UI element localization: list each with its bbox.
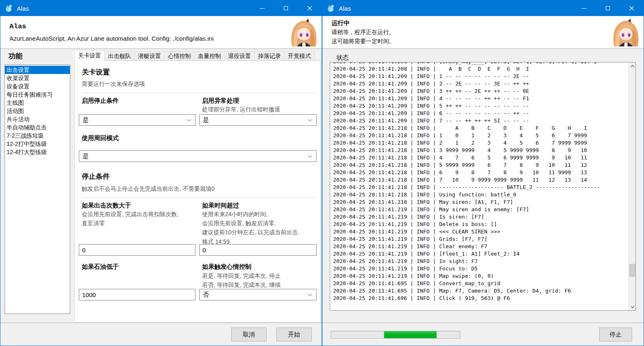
sidebar-item[interactable]: 活动图 bbox=[5, 107, 70, 115]
if-oil-input[interactable] bbox=[79, 289, 196, 300]
if-mood-desc2: 若否, 等待回复, 完成本次, 继续 bbox=[202, 281, 281, 289]
enable-exception-select[interactable]: 是 bbox=[199, 114, 317, 126]
tab[interactable]: 心情控制 bbox=[164, 51, 195, 60]
loop-mode-select[interactable]: 是 bbox=[79, 150, 317, 162]
stop-button[interactable]: 停止 bbox=[599, 328, 632, 341]
if-time-desc2: 会沿用先前设置, 触发后清零. bbox=[202, 220, 276, 227]
if-mood-value: 否 bbox=[203, 291, 209, 298]
log-line: 2020-04-25 20:11:41.219 | INFO | Delete … bbox=[333, 221, 628, 228]
if-time-desc3: 建议提前10分钟左右, 以完成当前出击. bbox=[202, 229, 299, 236]
function-list[interactable]: 出击设置收菜设置设备设置每日任务困难演习主线图活动图共斗活动半自动辅助点击7-2… bbox=[5, 65, 70, 314]
sidebar-item[interactable]: 主线图 bbox=[5, 99, 70, 107]
sidebar-item[interactable]: 每日任务困难演习 bbox=[5, 90, 70, 99]
tab[interactable]: 退役设置 bbox=[224, 51, 255, 60]
chevron-down-icon bbox=[308, 155, 313, 158]
if-time-label: 如果时间超过 bbox=[202, 202, 239, 210]
log-line: 2020-04-25 20:11:41.209 | INFO | 2 -- 2E… bbox=[333, 80, 628, 88]
close-icon bbox=[307, 6, 312, 11]
log-line: 2020-04-25 20:11:41.218 | INFO | May sir… bbox=[333, 198, 628, 206]
log-line: 2020-04-25 20:11:41.219 | INFO | <<< CLE… bbox=[333, 228, 628, 235]
sidebar-item[interactable]: 半自动辅助点击 bbox=[5, 123, 70, 131]
divider bbox=[82, 93, 317, 93]
sidebar-item[interactable]: 设备设置 bbox=[5, 82, 70, 90]
enable-stop-select[interactable]: 是 bbox=[79, 114, 196, 126]
sidebar-item[interactable]: 共斗活动 bbox=[5, 115, 70, 123]
tab[interactable]: 潜艇设置 bbox=[134, 51, 165, 60]
log-line: 2020-04-25 20:11:41.219 | INFO | Is sire… bbox=[333, 213, 628, 221]
log-line: 2020-04-25 20:11:41.695 | INFO | Convert… bbox=[333, 280, 628, 287]
start-button[interactable]: 开始 bbox=[276, 328, 312, 341]
if-time-input[interactable] bbox=[199, 244, 317, 256]
sidebar-item[interactable]: 7-2三战拣垃圾 bbox=[5, 131, 70, 140]
log-line: 2020-04-25 20:11:41.208 | INFO | [enemy_… bbox=[333, 62, 628, 65]
running-header: 运行中 请稍等，程序正在运行。 这可能将需要一定时间。 bbox=[322, 16, 644, 49]
minimize-button[interactable] bbox=[572, 0, 596, 16]
running-line2: 这可能将需要一定时间。 bbox=[331, 38, 395, 45]
log-line: 2020-04-25 20:11:41.218 | INFO | 4 7 6 5… bbox=[333, 154, 628, 161]
maximize-button[interactable] bbox=[596, 0, 620, 16]
app-title: Alas bbox=[9, 23, 26, 30]
tab[interactable]: 掉落记录 bbox=[254, 51, 285, 60]
settings-body: 功能 出击设置收菜设置设备设置每日任务困难演习主线图活动图共斗活动半自动辅助点击… bbox=[0, 49, 322, 345]
enable-exception-value: 是 bbox=[203, 116, 209, 123]
loop-mode-value: 是 bbox=[83, 152, 89, 159]
window-running: Alas 运行中 请稍等，程序正在运行。 这可能将需要一定时间。 bbox=[322, 0, 644, 346]
scrollbar-up-button[interactable] bbox=[629, 62, 636, 69]
titlebar[interactable]: Alas bbox=[322, 0, 644, 16]
sidebar-heading: 功能 bbox=[9, 51, 23, 61]
close-icon bbox=[629, 6, 634, 11]
cancel-button[interactable]: 取消 bbox=[231, 328, 267, 341]
maximize-icon bbox=[284, 6, 288, 10]
section-subtitle: 需要运行一次来保存选项 bbox=[82, 81, 145, 88]
chevron-down-icon bbox=[308, 119, 313, 122]
log-line: 2020-04-25 20:11:41.219 | INFO | [Fleet_… bbox=[333, 250, 628, 258]
log-line: 2020-04-25 20:11:41.209 | INFO | 1 -- --… bbox=[333, 73, 628, 80]
log-line: 2020-04-25 20:11:41.218 | INFO | 7 10 9 … bbox=[333, 176, 628, 184]
log-line: 2020-04-25 20:11:41.209 | INFO | 5 ++ ++… bbox=[333, 102, 628, 110]
desktop: Alas Alas AzurLaneAutoScript, An Azur La… bbox=[0, 0, 644, 346]
log-scrollbar[interactable] bbox=[628, 62, 635, 310]
app-subtitle: AzurLaneAutoScript, An Azur Lane automat… bbox=[9, 35, 214, 42]
titlebar[interactable]: Alas bbox=[0, 0, 322, 16]
log-line: 2020-04-25 20:11:41.208 | INFO | A B C D… bbox=[333, 65, 628, 73]
sidebar-item[interactable]: 12-4打大型练级 bbox=[5, 148, 70, 156]
sidebar-item[interactable]: 收菜设置 bbox=[5, 74, 70, 82]
avatar-image bbox=[290, 18, 318, 46]
log-line: 2020-04-25 20:11:41.218 | INFO | 3 9999 … bbox=[333, 147, 628, 154]
stop-section-desc: 触发后不会马上停止会先完成当前出击, 不需要就填0 bbox=[82, 185, 215, 193]
tab[interactable]: 关卡设置 bbox=[74, 50, 105, 61]
sidebar-item[interactable]: 出击设置 bbox=[5, 66, 70, 74]
chevron-down-icon bbox=[186, 119, 191, 122]
log-box[interactable]: 2020-04-25 20:11:41.208 | INFO | [enemy_… bbox=[330, 62, 636, 311]
if-time-desc1: 使用未来24小时内的时间, bbox=[202, 211, 267, 218]
progress-bar bbox=[331, 331, 460, 339]
tab[interactable]: 出击舰队 bbox=[104, 51, 135, 60]
log-line: 2020-04-25 20:11:41.218 | INFO | 1 0 1 2… bbox=[333, 132, 628, 139]
if-mood-select[interactable]: 否 bbox=[199, 289, 317, 300]
log-line: 2020-04-25 20:11:41.219 | INFO | In sigh… bbox=[333, 258, 628, 265]
avatar-image bbox=[612, 18, 640, 46]
log-line: 2020-04-25 20:11:41.218 | INFO | A B C D… bbox=[333, 125, 628, 132]
alas-logo-icon bbox=[327, 4, 335, 12]
close-button[interactable] bbox=[620, 0, 644, 16]
scrollbar-thumb[interactable] bbox=[629, 264, 635, 277]
minimize-icon bbox=[260, 8, 264, 9]
minimize-button[interactable] bbox=[250, 0, 274, 16]
tab-bar: 关卡设置出击舰队潜艇设置心情控制血量控制退役设置掉落记录开荒模式 bbox=[74, 50, 315, 61]
close-button[interactable] bbox=[298, 0, 322, 16]
tab[interactable]: 开荒模式 bbox=[284, 51, 315, 60]
log-line: 2020-04-25 20:11:41.218 | INFO | Using f… bbox=[333, 191, 628, 198]
log-line: 2020-04-25 20:11:41.209 | INFO | 4 -- --… bbox=[333, 95, 628, 102]
progress-bar-fill bbox=[384, 331, 437, 338]
minimize-icon bbox=[582, 8, 586, 9]
status-label: 状态 bbox=[336, 54, 349, 62]
enable-stop-value: 是 bbox=[83, 116, 89, 123]
log-line: 2020-04-25 20:11:41.218 | INFO | -------… bbox=[333, 184, 628, 191]
tab[interactable]: 血量控制 bbox=[194, 51, 225, 60]
sidebar-item[interactable]: 12-2打中型练级 bbox=[5, 140, 70, 148]
chevron-down-icon bbox=[308, 293, 313, 297]
scrollbar-down-button[interactable] bbox=[629, 303, 636, 310]
maximize-icon bbox=[606, 6, 610, 10]
if-count-input[interactable] bbox=[79, 244, 196, 256]
maximize-button[interactable] bbox=[274, 0, 298, 16]
